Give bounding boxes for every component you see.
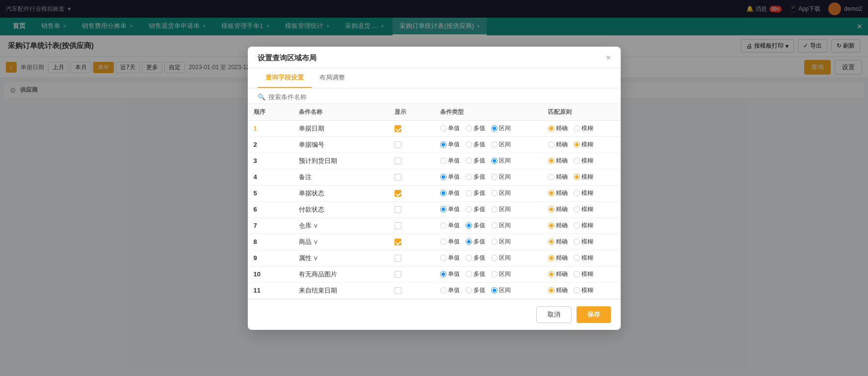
dialog-header: 设置查询区域布局 ×: [248, 47, 621, 68]
search-icon: 🔍: [258, 93, 265, 101]
settings-dialog: 设置查询区域布局 × 查询字段设置 布局调整 🔍 顺序 条件名称: [248, 47, 621, 103]
tab-layout-adjust[interactable]: 布局调整: [312, 68, 353, 88]
dialog-tabs: 查询字段设置 布局调整: [248, 68, 621, 88]
search-bar: 🔍: [248, 88, 621, 103]
dialog-overlay: 设置查询区域布局 × 查询字段设置 布局调整 🔍 顺序 条件名称: [0, 0, 868, 103]
tab-query-fields[interactable]: 查询字段设置: [258, 68, 312, 88]
search-input[interactable]: [268, 93, 611, 101]
dialog-close-button[interactable]: ×: [606, 54, 610, 62]
dialog-title: 设置查询区域布局: [258, 54, 316, 63]
